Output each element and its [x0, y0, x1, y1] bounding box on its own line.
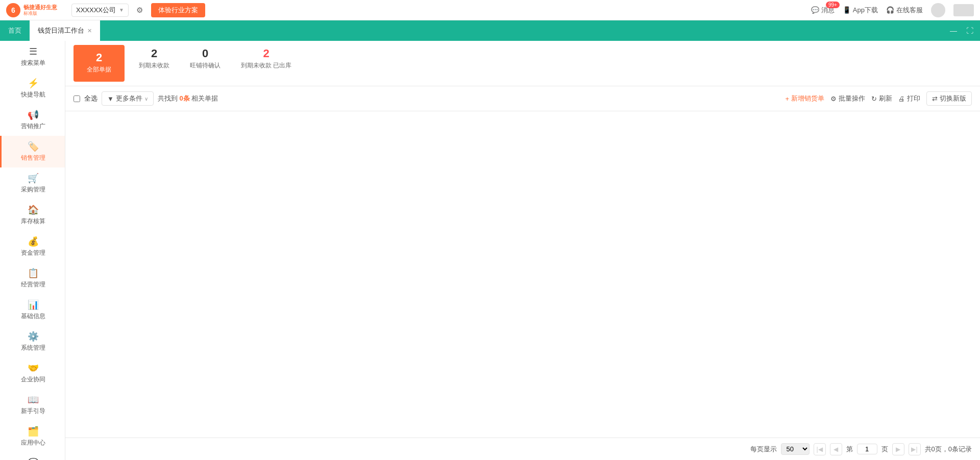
enterprise-icon: 🤝 — [28, 362, 39, 374]
operation-icon: 📋 — [28, 268, 39, 279]
avatar[interactable] — [931, 3, 945, 17]
close-icon[interactable]: ✕ — [87, 28, 92, 34]
sidebar-item-finance[interactable]: 💰 资金管理 — [0, 231, 65, 262]
message-button[interactable]: 💬 消息 99+ — [811, 6, 835, 15]
print-icon: 🖨 — [898, 95, 905, 103]
sidebar-item-purchase[interactable]: 🛒 采购管理 — [0, 167, 65, 199]
system-icon: ⚙️ — [28, 331, 39, 342]
header-right: 💬 消息 99+ 📱 App下载 🎧 在线客服 — [811, 3, 974, 17]
batch-operation-button[interactable]: ⚙ 批量操作 — [830, 94, 865, 103]
stat-tab-all[interactable]: 2 全部单据 — [74, 45, 125, 82]
refresh-button[interactable]: ↻ 刷新 — [871, 94, 892, 103]
found-text: 共找到 0条 相关单据 — [158, 94, 218, 103]
logo-text: 畅捷通好生意 标准版 — [23, 4, 57, 16]
table-area — [65, 111, 980, 438]
sidebar-item-enterprise[interactable]: 🤝 企业协同 — [0, 357, 65, 389]
select-all-checkbox[interactable] — [74, 95, 80, 102]
settings-button[interactable]: ⚙ — [133, 3, 147, 17]
inventory-icon: 🏠 — [28, 204, 39, 215]
purchase-icon: 🛒 — [28, 173, 39, 184]
select-all-label: 全选 — [84, 94, 97, 103]
tab-home[interactable]: 首页 — [0, 20, 30, 41]
toolbar-left: 全选 ▼ 更多条件 ∨ 共找到 0条 相关单据 — [74, 91, 781, 106]
plus-icon: + — [785, 95, 789, 103]
filter-icon: ▼ — [107, 95, 114, 103]
filter-button[interactable]: ▼ 更多条件 ∨ — [102, 91, 154, 106]
page-number-input[interactable] — [857, 444, 877, 454]
sidebar-item-marketing[interactable]: 📢 营销推广 — [0, 104, 65, 136]
basic-info-icon: 📊 — [28, 299, 39, 310]
window-minimize-button[interactable]: — — [947, 25, 960, 37]
message-badge: 99+ — [826, 2, 840, 8]
stat-tab-overdue-shipped[interactable]: 2 到期未收款 已出库 — [231, 41, 302, 86]
sidebar-item-app-center[interactable]: 🗂️ 应用中心 — [0, 421, 65, 452]
found-count: 0条 — [180, 94, 190, 102]
tab-bar: 首页 钱货日清工作台 ✕ — ⛶ — [0, 20, 980, 41]
stat-tab-overdue[interactable]: 2 到期未收款 — [129, 41, 180, 86]
switch-version-button[interactable]: ⇄ 切换新版 — [926, 91, 972, 106]
finance-icon: 💰 — [28, 236, 39, 247]
sidebar-item-system[interactable]: ⚙️ 系统管理 — [0, 326, 65, 357]
app-center-icon: 🗂️ — [28, 426, 39, 437]
switch-icon: ⇄ — [932, 95, 938, 103]
toolbar: 全选 ▼ 更多条件 ∨ 共找到 0条 相关单据 + 新增销货单 — [65, 86, 980, 111]
stats-tabs: 2 全部单据 2 到期未收款 0 旺铺待确认 2 到期未收款 已出库 — [65, 41, 980, 86]
content-area: 2 全部单据 2 到期未收款 0 旺铺待确认 2 到期未收款 已出库 全选 — [65, 41, 980, 460]
main-layout: ☰ 搜索菜单 ⚡ 快捷导航 📢 营销推广 🏷️ 销售管理 🛒 采购管理 🏠 库存… — [0, 41, 980, 460]
download-icon: 📱 — [843, 6, 851, 14]
tab-bar-actions: — ⛶ — [947, 25, 980, 37]
sidebar-item-inventory[interactable]: 🏠 库存核算 — [0, 199, 65, 231]
top-header: 6 畅捷通好生意 标准版 XXXXXX公司 ▼ ⚙ 体验行业方案 💬 消息 99… — [0, 0, 980, 20]
chevron-down-icon: ∨ — [144, 96, 148, 102]
message-icon: 💬 — [811, 6, 819, 14]
sidebar-item-newbie[interactable]: 📖 新手引导 — [0, 389, 65, 421]
print-button[interactable]: 🖨 打印 — [898, 94, 920, 103]
search-menu-icon: ☰ — [29, 46, 37, 57]
app-download-button[interactable]: 📱 App下载 — [843, 6, 878, 15]
empty-state — [65, 111, 980, 438]
service-icon: 🎧 — [886, 6, 894, 14]
quick-nav-icon: ⚡ — [28, 78, 39, 89]
per-page-select[interactable]: 50 10 20 100 — [781, 443, 810, 455]
wechat-icon: 💬 — [28, 457, 39, 460]
logo-area: 6 畅捷通好生意 标准版 — [6, 3, 71, 17]
stat-tab-wangpu[interactable]: 0 旺铺待确认 — [180, 41, 231, 86]
newbie-icon: 📖 — [28, 394, 39, 405]
sidebar-item-operation[interactable]: 📋 经营管理 — [0, 262, 65, 294]
sidebar-item-quick-nav[interactable]: ⚡ 快捷导航 — [0, 72, 65, 104]
add-sales-order-button[interactable]: + 新增销货单 — [785, 94, 824, 103]
sidebar-item-search-menu[interactable]: ☰ 搜索菜单 — [0, 41, 65, 72]
toolbar-right: + 新增销货单 ⚙ 批量操作 ↻ 刷新 🖨 打印 ⇄ 切换新版 — [785, 91, 972, 106]
sidebar-item-wechat[interactable]: 💬 企业微信 — [0, 452, 65, 460]
tab-work-desk[interactable]: 钱货日清工作台 ✕ — [30, 20, 100, 41]
next-page-button[interactable]: ▶ — [892, 443, 904, 455]
first-page-button[interactable]: |◀ — [814, 443, 826, 455]
logo-icon: 6 — [6, 3, 20, 17]
sidebar-item-sales[interactable]: 🏷️ 销售管理 — [0, 136, 65, 167]
marketing-icon: 📢 — [28, 109, 39, 120]
batch-icon: ⚙ — [830, 95, 837, 103]
sales-icon: 🏷️ — [28, 141, 39, 152]
last-page-button[interactable]: ▶| — [909, 443, 921, 455]
pagination-bar: 每页显示 50 10 20 100 |◀ ◀ 第 页 ▶ ▶| 共0页，0条记录 — [65, 438, 980, 460]
refresh-icon: ↻ — [871, 95, 877, 103]
company-selector[interactable]: XXXXXX公司 ▼ — [71, 4, 129, 17]
sidebar-item-basic-info[interactable]: 📊 基础信息 — [0, 294, 65, 326]
chevron-down-icon: ▼ — [119, 7, 124, 13]
experience-button[interactable]: 体验行业方案 — [151, 3, 205, 17]
prev-page-button[interactable]: ◀ — [830, 443, 842, 455]
online-service-button[interactable]: 🎧 在线客服 — [886, 6, 923, 15]
user-name-area — [953, 4, 974, 16]
sidebar: ☰ 搜索菜单 ⚡ 快捷导航 📢 营销推广 🏷️ 销售管理 🛒 采购管理 🏠 库存… — [0, 41, 65, 460]
window-maximize-button[interactable]: ⛶ — [964, 25, 976, 37]
